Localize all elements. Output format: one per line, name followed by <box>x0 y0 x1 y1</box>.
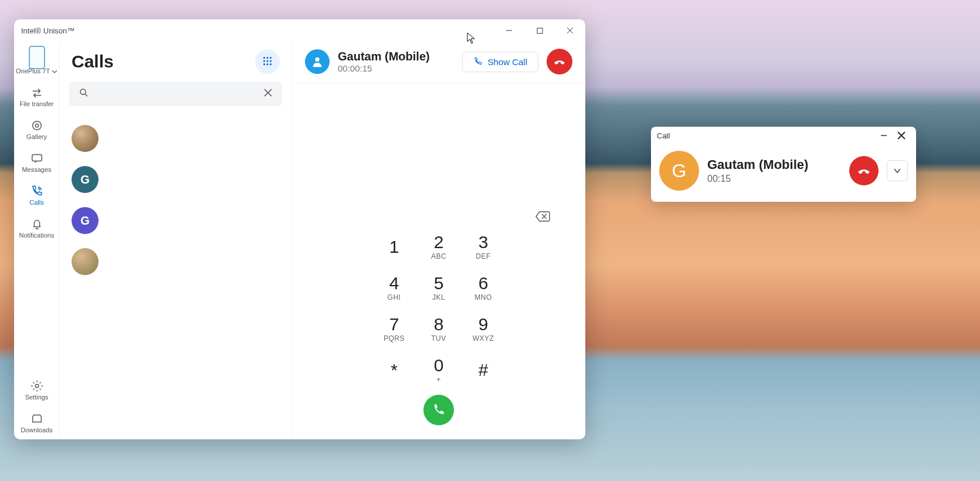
contact-item[interactable] <box>69 241 282 282</box>
page-title: Calls <box>72 52 255 72</box>
keypad-key-1[interactable]: 1 <box>374 228 415 266</box>
sidebar-item-messages[interactable]: Messages <box>14 146 59 179</box>
svg-point-13 <box>270 63 272 65</box>
toast-name: Gautam (Mobile) <box>707 157 841 172</box>
key-digit: 3 <box>479 233 489 251</box>
keypad-key-0[interactable]: 0+ <box>418 351 459 389</box>
avatar <box>72 125 99 152</box>
hangup-icon <box>552 55 567 69</box>
svg-point-12 <box>266 63 268 65</box>
sidebar-item-gallery[interactable]: Gallery <box>14 113 59 146</box>
backspace-icon <box>535 211 550 222</box>
toast-minimize-button[interactable] <box>875 127 893 144</box>
sidebar-item-calls[interactable]: Calls <box>14 179 59 212</box>
svg-rect-3 <box>32 155 42 161</box>
minimize-icon <box>506 27 513 34</box>
toast-hangup-button[interactable] <box>849 156 879 185</box>
close-button[interactable] <box>555 19 585 42</box>
key-letters: + <box>436 375 441 384</box>
sidebar-item-downloads[interactable]: Downloads <box>14 407 59 439</box>
svg-point-1 <box>32 121 41 130</box>
sidebar-item-label: File transfer <box>19 100 53 107</box>
close-icon <box>897 131 906 140</box>
keypad-key-2[interactable]: 2ABC <box>418 228 459 266</box>
keypad-key-6[interactable]: 6MNO <box>463 269 504 307</box>
device-label: OnePlus 7T <box>16 67 50 74</box>
titlebar: Intel® Unison™ <box>14 19 585 42</box>
show-call-button[interactable]: Show Call <box>462 52 538 72</box>
keypad-key-*[interactable]: * <box>374 351 415 389</box>
minimize-button[interactable] <box>494 19 524 42</box>
sidebar: OnePlus 7T File transfer Gallery Message… <box>14 42 60 439</box>
toast-expand-button[interactable] <box>887 160 908 181</box>
search-input[interactable] <box>91 89 261 99</box>
key-digit: 0 <box>434 357 444 374</box>
key-letters: MNO <box>474 293 492 302</box>
call-name: Gautam (Mobile) <box>338 50 454 63</box>
keypad-key-4[interactable]: 4GHI <box>374 269 415 307</box>
toast-duration: 00:15 <box>707 174 841 184</box>
sidebar-item-label: Notifications <box>19 232 55 239</box>
gallery-icon <box>30 119 43 132</box>
key-letters: WXYZ <box>473 334 494 343</box>
clear-search-button[interactable] <box>261 86 275 102</box>
svg-point-10 <box>270 60 272 62</box>
svg-point-4 <box>35 384 39 388</box>
toast-title: Call <box>657 131 670 140</box>
hangup-button[interactable] <box>547 49 572 74</box>
key-digit: 5 <box>434 275 444 292</box>
list-panel: Calls <box>60 42 292 439</box>
transfer-icon <box>30 86 43 99</box>
key-digit: 1 <box>389 238 399 256</box>
close-icon <box>567 27 574 34</box>
svg-point-8 <box>263 60 265 62</box>
key-digit: 6 <box>479 275 489 292</box>
svg-point-9 <box>266 60 268 62</box>
gear-icon <box>30 380 43 392</box>
sidebar-item-settings[interactable]: Settings <box>14 374 59 407</box>
call-avatar <box>305 49 330 74</box>
keypad-key-9[interactable]: 9WXYZ <box>463 310 504 348</box>
key-letters: GHI <box>388 293 401 302</box>
dialpad-button[interactable] <box>255 49 280 74</box>
keypad-key-3[interactable]: 3DEF <box>463 228 504 266</box>
keypad-key-8[interactable]: 8TUV <box>418 310 459 348</box>
contact-item[interactable]: G <box>69 200 282 241</box>
sidebar-device[interactable]: OnePlus 7T <box>14 45 59 80</box>
hangup-icon <box>856 163 872 178</box>
key-digit: * <box>391 361 398 379</box>
svg-point-6 <box>266 57 268 59</box>
clear-icon <box>263 88 273 97</box>
maximize-icon <box>537 28 543 34</box>
sidebar-item-notifications[interactable]: Notifications <box>14 212 59 245</box>
svg-point-11 <box>263 63 265 65</box>
contact-item[interactable]: G <box>69 159 282 200</box>
svg-rect-0 <box>537 28 542 33</box>
call-panel: Gautam (Mobile) 00:00:15 Show Call <box>292 42 585 439</box>
key-letters: JKL <box>432 293 445 302</box>
sidebar-item-label: Settings <box>25 394 49 401</box>
active-call-bar: Gautam (Mobile) 00:00:15 Show Call <box>292 42 585 83</box>
downloads-icon <box>30 412 43 425</box>
show-call-label: Show Call <box>487 57 527 67</box>
key-digit: 8 <box>434 316 444 333</box>
key-letters: PQRS <box>384 334 405 343</box>
backspace-button[interactable] <box>535 211 550 225</box>
toast-close-button[interactable] <box>893 127 910 144</box>
avatar: G <box>72 166 99 193</box>
contact-item[interactable] <box>69 118 282 159</box>
minimize-icon <box>880 132 887 139</box>
toast-avatar: G <box>659 151 699 191</box>
key-letters: TUV <box>431 334 446 343</box>
dial-button[interactable] <box>423 395 454 425</box>
sidebar-item-file-transfer[interactable]: File transfer <box>14 80 59 113</box>
avatar: G <box>72 207 99 234</box>
keypad-key-#[interactable]: # <box>463 351 504 389</box>
svg-point-2 <box>35 124 39 127</box>
app-title: Intel® Unison™ <box>21 26 74 35</box>
keypad-key-7[interactable]: 7PQRS <box>374 310 415 348</box>
messages-icon <box>30 152 43 165</box>
chevron-down-icon <box>893 166 902 175</box>
maximize-button[interactable] <box>524 19 555 42</box>
keypad-key-5[interactable]: 5JKL <box>418 269 459 307</box>
